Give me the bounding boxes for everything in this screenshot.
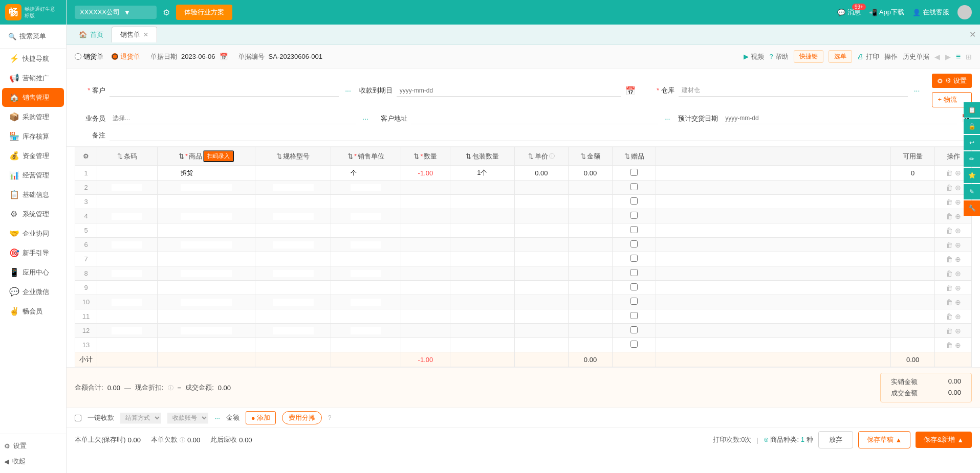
- copy-row-icon[interactable]: ⊕: [955, 169, 961, 177]
- sidebar-item-enterprise[interactable]: 🤝 企业协同: [2, 224, 64, 243]
- row-unit-cell[interactable]: [331, 209, 401, 223]
- gift-checkbox[interactable]: [630, 255, 638, 262]
- copy-row-icon[interactable]: ⊕: [955, 284, 961, 292]
- right-panel-btn-2[interactable]: 🔒: [964, 119, 980, 134]
- copy-row-icon[interactable]: ⊕: [955, 184, 961, 192]
- row-price-cell[interactable]: 0.00: [514, 166, 569, 181]
- row-barcode-cell[interactable]: [97, 195, 158, 209]
- unit-input[interactable]: [351, 327, 381, 334]
- product-input[interactable]: [181, 313, 232, 320]
- calendar-icon[interactable]: 📅: [220, 53, 228, 60]
- row-price-cell[interactable]: [514, 252, 569, 266]
- row-qty-cell[interactable]: [401, 181, 450, 195]
- row-product-cell[interactable]: [157, 295, 255, 309]
- spec-input[interactable]: [273, 213, 314, 220]
- account-dots-icon[interactable]: ···: [214, 414, 220, 422]
- unit-input[interactable]: [351, 198, 381, 206]
- row-spec-cell[interactable]: [255, 252, 331, 266]
- right-panel-btn-3[interactable]: ↩: [964, 135, 980, 150]
- row-spec-cell[interactable]: [255, 195, 331, 209]
- row-price-cell[interactable]: [514, 266, 569, 281]
- copy-row-icon[interactable]: ⊕: [955, 327, 961, 335]
- row-gift-cell[interactable]: [612, 324, 656, 338]
- copy-row-icon[interactable]: ⊕: [955, 241, 961, 249]
- sidebar-settings-item[interactable]: ⚙ 设置: [0, 438, 66, 454]
- unit-input[interactable]: [351, 313, 381, 320]
- online-service-button[interactable]: 👤 在线客服: [912, 8, 949, 17]
- return-order-radio[interactable]: 退货单: [112, 52, 140, 61]
- sidebar-item-quick-nav[interactable]: ⚡ 快捷导航: [2, 49, 64, 68]
- unit-input[interactable]: [351, 270, 381, 277]
- unit-input[interactable]: [351, 299, 381, 306]
- trial-plan-button[interactable]: 体验行业方案: [176, 5, 232, 20]
- gift-checkbox[interactable]: [630, 283, 638, 290]
- row-spec-cell[interactable]: [255, 181, 331, 195]
- barcode-input[interactable]: [112, 313, 142, 320]
- topbar-gear-icon[interactable]: ⚙: [163, 8, 170, 17]
- row-barcode-cell[interactable]: [97, 209, 158, 223]
- row-gift-cell[interactable]: [612, 309, 656, 324]
- row-product-cell[interactable]: [157, 195, 255, 209]
- row-spec-cell[interactable]: [255, 324, 331, 338]
- sidebar-item-member[interactable]: ✌ 畅会员: [2, 302, 64, 321]
- row-price-cell[interactable]: [514, 238, 569, 252]
- row-spec-cell[interactable]: [255, 309, 331, 324]
- barcode-input[interactable]: [112, 284, 142, 291]
- spec-input[interactable]: [273, 256, 314, 263]
- row-qty-cell[interactable]: [401, 309, 450, 324]
- barcode-input[interactable]: [112, 327, 142, 334]
- copy-row-icon[interactable]: ⊕: [955, 341, 961, 349]
- discard-button[interactable]: 放弃: [818, 431, 853, 448]
- delete-row-icon[interactable]: 🗑: [946, 198, 953, 206]
- save-new-button[interactable]: 保存&新增 ▲: [916, 432, 972, 448]
- row-unit-cell[interactable]: [331, 338, 401, 352]
- unit-input[interactable]: [351, 184, 381, 191]
- row-product-cell[interactable]: [157, 266, 255, 281]
- print-action[interactable]: 🖨打印: [857, 52, 879, 61]
- barcode-input[interactable]: [112, 299, 142, 306]
- row-unit-cell[interactable]: [331, 295, 401, 309]
- expense-split-button[interactable]: 费用分摊: [282, 411, 322, 424]
- sidebar-item-operations[interactable]: 📊 经营管理: [2, 166, 64, 185]
- row-unit-cell[interactable]: [331, 166, 401, 181]
- row-gift-cell[interactable]: [612, 195, 656, 209]
- row-qty-cell[interactable]: [401, 209, 450, 223]
- gift-checkbox[interactable]: [630, 183, 638, 190]
- copy-row-icon[interactable]: ⊕: [955, 269, 961, 278]
- row-qty-cell[interactable]: [401, 195, 450, 209]
- row-qty-cell[interactable]: [401, 238, 450, 252]
- row-product-cell[interactable]: [157, 281, 255, 295]
- product-input[interactable]: [181, 299, 232, 306]
- row-price-cell[interactable]: [514, 309, 569, 324]
- row-product-cell[interactable]: [157, 181, 255, 195]
- unit-input[interactable]: [351, 213, 381, 220]
- unit-input[interactable]: [351, 227, 381, 234]
- product-input[interactable]: [181, 270, 232, 277]
- row-unit-cell[interactable]: [331, 223, 401, 238]
- one-click-pay-checkbox[interactable]: [75, 415, 81, 421]
- gift-checkbox[interactable]: [630, 226, 638, 233]
- customer-addr-select-icon[interactable]: ···: [664, 115, 670, 123]
- delete-row-icon[interactable]: 🗑: [946, 269, 953, 278]
- add-payment-button[interactable]: ● 添加: [246, 411, 276, 424]
- scan-barcode-button[interactable]: 扫码录入: [203, 150, 234, 162]
- barcode-input[interactable]: [112, 270, 142, 277]
- spec-input[interactable]: [273, 327, 314, 334]
- delete-row-icon[interactable]: 🗑: [946, 341, 953, 349]
- user-avatar[interactable]: [957, 5, 972, 19]
- search-menu-item[interactable]: 🔍 搜索菜单: [4, 29, 62, 44]
- tab-close-icon[interactable]: ✕: [143, 31, 148, 38]
- list-view-icon[interactable]: ≡: [956, 52, 961, 61]
- barcode-input[interactable]: [112, 213, 142, 220]
- sidebar-item-system[interactable]: ⚙ 系统管理: [2, 205, 64, 223]
- copy-row-icon[interactable]: ⊕: [955, 312, 961, 321]
- delete-row-icon[interactable]: 🗑: [946, 169, 953, 177]
- row-unit-cell[interactable]: [331, 266, 401, 281]
- right-panel-btn-7[interactable]: 🔧: [964, 200, 980, 216]
- right-panel-btn-1[interactable]: 📋: [964, 102, 980, 118]
- barcode-input[interactable]: [112, 198, 142, 206]
- product-input[interactable]: [181, 256, 232, 263]
- row-gift-cell[interactable]: [612, 181, 656, 195]
- row-product-cell[interactable]: [157, 166, 255, 181]
- row-qty-cell[interactable]: -1.00: [401, 166, 450, 181]
